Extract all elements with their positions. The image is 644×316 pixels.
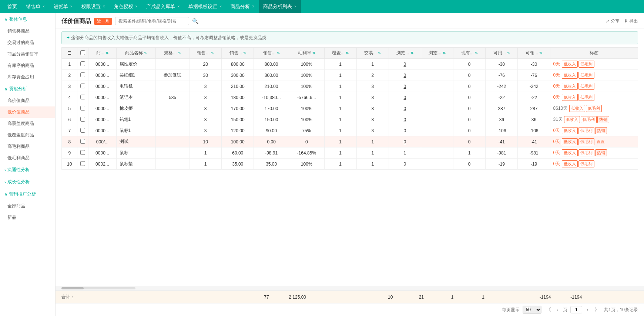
th-browse2[interactable]: 浏览... ⇅ bbox=[421, 48, 453, 59]
row-browse1[interactable]: 0 bbox=[389, 103, 421, 114]
first-page-btn[interactable]: 《 bbox=[544, 306, 553, 313]
close-icon[interactable]: × bbox=[219, 0, 222, 13]
row-checkbox[interactable] bbox=[80, 84, 85, 88]
row-checkbox[interactable] bbox=[80, 61, 85, 66]
nav-product-inbound[interactable]: 产成品入库单 × bbox=[142, 0, 184, 13]
export-button[interactable]: ⬇ 导出 bbox=[624, 18, 638, 24]
share-button[interactable]: ↗ 分享 bbox=[606, 18, 620, 24]
row-checkbox-cell[interactable] bbox=[77, 92, 88, 103]
nav-sales-order[interactable]: 销售单 × bbox=[21, 0, 49, 13]
th-current[interactable]: 现有... ⇅ bbox=[453, 48, 486, 59]
nav-purchase[interactable]: 进货单 × bbox=[49, 0, 77, 13]
row-browse1[interactable]: 0 bbox=[389, 70, 421, 81]
th-gross-rate[interactable]: 毛利率 ⇅ bbox=[289, 48, 325, 59]
filter-tag-button[interactable]: 近一月 bbox=[94, 18, 112, 25]
row-browse1[interactable]: 0 bbox=[389, 136, 421, 147]
row-name[interactable]: 吴细细1 bbox=[116, 70, 156, 81]
row-checkbox-cell[interactable] bbox=[77, 125, 88, 136]
row-checkbox[interactable] bbox=[80, 161, 85, 166]
sidebar-item-high-margin[interactable]: 高毛利商品 bbox=[0, 141, 55, 152]
row-checkbox[interactable] bbox=[80, 139, 85, 144]
browse-link[interactable]: 0 bbox=[404, 95, 406, 100]
row-browse1[interactable]: 0 bbox=[389, 92, 421, 103]
sidebar-item-stocked-products[interactable]: 有库序的商品 bbox=[0, 60, 55, 71]
th-saleable[interactable]: 可销... ⇅ bbox=[518, 48, 550, 59]
browse-link[interactable]: 0 bbox=[404, 128, 406, 133]
row-checkbox-cell[interactable] bbox=[77, 59, 88, 70]
row-name[interactable]: 橡皮擦 bbox=[116, 103, 156, 114]
sidebar-item-low-margin[interactable]: 低毛利商品 bbox=[0, 152, 55, 164]
sidebar-section-contribution[interactable]: ∨贡献分析 bbox=[0, 83, 55, 95]
row-name[interactable]: 铅笔1 bbox=[116, 114, 156, 125]
row-browse1[interactable]: 1 bbox=[389, 147, 421, 159]
th-settings[interactable]: ☰ bbox=[62, 48, 77, 59]
sidebar-item-category-rate[interactable]: 商品分类销售率 bbox=[0, 48, 55, 60]
row-checkbox-cell[interactable] bbox=[77, 136, 88, 147]
sidebar-item-sales-products[interactable]: 销售类商品 bbox=[0, 26, 55, 37]
browse-link[interactable]: 0 bbox=[404, 139, 406, 145]
browse-link[interactable]: 0 bbox=[404, 62, 406, 67]
sidebar-item-high-value[interactable]: 高价值商品 bbox=[0, 95, 55, 106]
browse-link[interactable]: 1 bbox=[404, 150, 406, 156]
row-checkbox-cell[interactable] bbox=[77, 159, 88, 170]
th-sales-amt1[interactable]: 销售... ⇅ bbox=[222, 48, 254, 59]
row-name[interactable]: 电话机 bbox=[116, 81, 156, 92]
table-scroll[interactable] bbox=[56, 286, 644, 290]
row-name[interactable]: 鼠标垫 bbox=[116, 159, 156, 170]
th-code[interactable]: 商... ⇅ bbox=[88, 48, 116, 59]
th-sales-qty[interactable]: 销售... ⇅ bbox=[189, 48, 222, 59]
browse-link[interactable]: 0 bbox=[404, 73, 406, 78]
row-checkbox[interactable] bbox=[80, 95, 85, 99]
row-browse1[interactable]: 0 bbox=[389, 125, 421, 136]
sidebar-item-high-coverage[interactable]: 高覆盖度商品 bbox=[0, 118, 55, 129]
sidebar-section-overall[interactable]: ∨整体信息 bbox=[0, 13, 55, 26]
row-browse1[interactable]: 0 bbox=[389, 81, 421, 92]
per-page-select[interactable]: 50 100 200 bbox=[523, 306, 541, 314]
row-checkbox-cell[interactable] bbox=[77, 70, 88, 81]
th-browse1[interactable]: 浏览... ⇅ bbox=[389, 48, 421, 59]
nav-permissions[interactable]: 权限设置 × bbox=[77, 0, 110, 13]
close-icon[interactable]: × bbox=[43, 0, 45, 13]
row-checkbox-cell[interactable] bbox=[77, 114, 88, 125]
row-checkbox[interactable] bbox=[80, 128, 85, 133]
nav-product-analysis-list[interactable]: 商品分析列表 × bbox=[259, 0, 301, 13]
nav-product-analysis[interactable]: 商品分析 × bbox=[226, 0, 259, 13]
row-name[interactable]: 笔记本 bbox=[116, 92, 156, 103]
row-name[interactable]: 鼠标1 bbox=[116, 125, 156, 136]
sidebar-item-all-products[interactable]: 全部商品 bbox=[0, 200, 55, 212]
close-icon[interactable]: × bbox=[103, 0, 105, 13]
close-icon[interactable]: × bbox=[135, 0, 138, 13]
browse-link[interactable]: 0 bbox=[404, 84, 406, 89]
row-checkbox[interactable] bbox=[80, 150, 85, 155]
th-sales-amt2[interactable]: 销售... ⇅ bbox=[254, 48, 289, 59]
close-icon[interactable]: × bbox=[252, 0, 254, 13]
th-available[interactable]: 可用... ⇅ bbox=[486, 48, 518, 59]
th-name[interactable]: 商品名称 ⇅ bbox=[116, 48, 156, 59]
row-checkbox-cell[interactable] bbox=[77, 147, 88, 159]
browse-link[interactable]: 0 bbox=[404, 162, 406, 167]
page-number-input[interactable] bbox=[570, 306, 582, 313]
sidebar-item-inventory-capital[interactable]: 库存资金占用 bbox=[0, 71, 55, 83]
sidebar-section-growth[interactable]: ›成长性分析 bbox=[0, 176, 55, 188]
nav-home[interactable]: 首页 bbox=[3, 0, 21, 13]
select-all-checkbox[interactable] bbox=[80, 50, 85, 55]
row-checkbox-cell[interactable] bbox=[77, 103, 88, 114]
nav-roles[interactable]: 角色授权 × bbox=[110, 0, 142, 13]
row-browse1[interactable]: 0 bbox=[389, 59, 421, 70]
sidebar-item-new-products[interactable]: 新品 bbox=[0, 212, 55, 223]
row-name[interactable]: 测试 bbox=[116, 136, 156, 147]
table-container[interactable]: ☰ 商... ⇅ 商品名称 ⇅ 规格... ⇅ 销售... ⇅ 销售... ⇅ … bbox=[56, 47, 644, 286]
th-spec[interactable]: 规格... ⇅ bbox=[156, 48, 189, 59]
close-icon[interactable]: × bbox=[177, 0, 180, 13]
sidebar-item-traded-products[interactable]: 交易过的商品 bbox=[0, 37, 55, 48]
close-icon[interactable]: × bbox=[70, 0, 73, 13]
sidebar-section-marketing[interactable]: ∨营销推广分析 bbox=[0, 188, 55, 200]
sidebar-item-low-value[interactable]: 低价值商品 bbox=[0, 106, 55, 118]
prev-page-btn[interactable]: ‹ bbox=[556, 307, 560, 313]
row-browse1[interactable]: 0 bbox=[389, 114, 421, 125]
row-name[interactable]: 鼠标 bbox=[116, 147, 156, 159]
row-browse1[interactable]: 0 bbox=[389, 159, 421, 170]
next-page-btn[interactable]: › bbox=[585, 307, 590, 313]
th-checkbox[interactable] bbox=[77, 48, 88, 59]
row-checkbox[interactable] bbox=[80, 117, 85, 122]
